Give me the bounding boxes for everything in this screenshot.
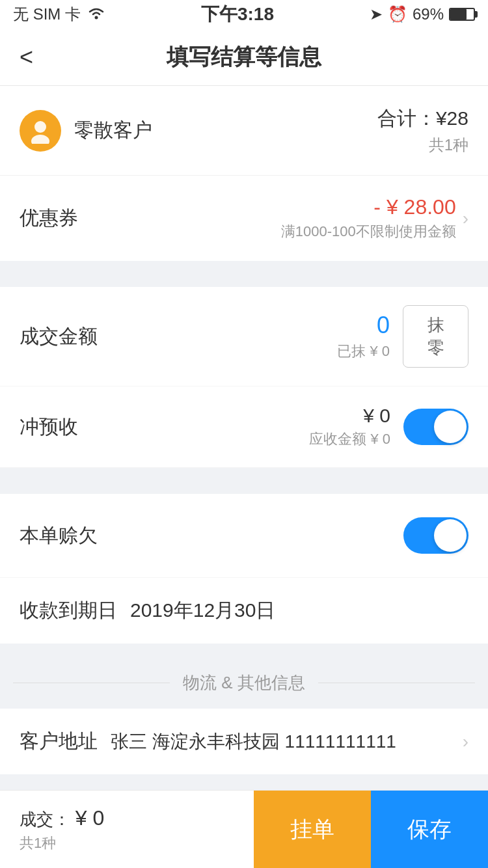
status-right: ➤ ⏰ 69% <box>370 5 475 23</box>
section-divider-2 <box>0 468 488 481</box>
battery-percent: 69% <box>413 5 444 23</box>
customer-section: 零散客户 合计：¥28 共1种 优惠券 - ¥ 28.00 满1000-100不… <box>0 86 488 261</box>
chevron-right-icon: › <box>463 208 468 229</box>
status-left: 无 SIM 卡 <box>13 4 105 25</box>
wifi-icon <box>87 5 105 23</box>
footer-amount: ¥ 0 <box>75 806 104 830</box>
svg-point-0 <box>95 16 98 20</box>
deal-amount-input[interactable] <box>98 312 390 339</box>
coupon-info: - ¥ 28.00 满1000-100不限制使用金额 <box>281 195 456 241</box>
status-bar: 无 SIM 卡 下午3:18 ➤ ⏰ 69% <box>0 0 488 29</box>
pre-main-amount: ¥ 0 <box>309 405 390 427</box>
save-button[interactable]: 保存 <box>371 791 488 869</box>
toggle-knob <box>434 411 467 443</box>
battery-icon <box>449 8 475 21</box>
footer-deal-row: 成交： ¥ 0 <box>20 806 234 831</box>
deal-amount-label: 成交金额 <box>20 323 98 350</box>
round-button[interactable]: 抹零 <box>403 305 468 368</box>
due-date-value: 2019年12月30日 <box>130 597 275 624</box>
due-date-row: 收款到期日 2019年12月30日 <box>0 577 488 644</box>
credit-toggle[interactable] <box>403 517 468 554</box>
status-time: 下午3:18 <box>201 2 274 27</box>
pre-payment-right: ¥ 0 应收金额 ¥ 0 <box>309 405 468 449</box>
credit-row: 本单赊欠 <box>0 494 488 577</box>
pre-payment-toggle[interactable] <box>403 409 468 445</box>
location-icon: ➤ <box>370 5 383 23</box>
deal-amount-row: 成交金额 已抹 ¥ 0 抹零 <box>0 287 488 387</box>
pre-amounts: ¥ 0 应收金额 ¥ 0 <box>309 405 390 449</box>
pre-payment-row: 冲预收 ¥ 0 应收金额 ¥ 0 <box>0 387 488 468</box>
pre-payment-label: 冲预收 <box>20 414 78 441</box>
address-section: 客户地址 张三 海淀永丰科技园 11111111111 › <box>0 709 488 774</box>
svg-point-2 <box>31 135 49 144</box>
coupon-row[interactable]: 优惠券 - ¥ 28.00 满1000-100不限制使用金额 › <box>0 175 488 261</box>
back-button[interactable]: < <box>20 44 33 71</box>
page-title: 填写结算等信息 <box>167 42 321 72</box>
amount-col: 已抹 ¥ 0 <box>98 312 390 361</box>
logistics-label: 物流 & 其他信息 <box>183 671 305 694</box>
coupon-label: 优惠券 <box>20 205 78 232</box>
total-count: 共1种 <box>377 135 468 156</box>
address-label: 客户地址 <box>20 728 98 755</box>
address-chevron-icon: › <box>463 731 468 752</box>
nav-bar: < 填写结算等信息 <box>0 29 488 86</box>
footer-deal-label: 成交： <box>20 809 70 829</box>
credit-toggle-knob <box>434 519 467 552</box>
deal-amount-right: 已抹 ¥ 0 抹零 <box>98 305 468 368</box>
customer-row: 零散客户 合计：¥28 共1种 <box>0 86 488 175</box>
credit-label: 本单赊欠 <box>20 522 98 549</box>
coupon-right: - ¥ 28.00 满1000-100不限制使用金额 › <box>281 195 468 241</box>
credit-section: 本单赊欠 收款到期日 2019年12月30日 <box>0 494 488 644</box>
amount-sub: 已抹 ¥ 0 <box>98 342 390 361</box>
logistics-divider: 物流 & 其他信息 <box>0 657 488 709</box>
footer-count: 共1种 <box>20 834 234 853</box>
user-avatar-icon <box>27 118 53 144</box>
svg-point-1 <box>34 121 46 133</box>
logistics-line-right <box>318 683 475 683</box>
footer-summary: 成交： ¥ 0 共1种 <box>0 806 254 853</box>
section-divider-1 <box>0 274 488 287</box>
footer-bar: 成交： ¥ 0 共1种 挂单 保存 <box>0 790 488 868</box>
alarm-icon: ⏰ <box>388 5 407 23</box>
customer-right: 合计：¥28 共1种 <box>377 105 468 156</box>
total-amount: 合计：¥28 <box>377 105 468 132</box>
logistics-line-left <box>13 683 170 683</box>
no-sim-text: 无 SIM 卡 <box>13 4 81 25</box>
address-value: 张三 海淀永丰科技园 11111111111 <box>111 729 463 754</box>
due-date-label: 收款到期日 <box>20 597 117 624</box>
hold-button[interactable]: 挂单 <box>254 791 371 869</box>
customer-name: 零散客户 <box>74 117 152 144</box>
coupon-amount: - ¥ 28.00 <box>281 195 456 219</box>
form-section: 成交金额 已抹 ¥ 0 抹零 冲预收 ¥ 0 应收金额 ¥ 0 <box>0 287 488 468</box>
address-row[interactable]: 客户地址 张三 海淀永丰科技园 11111111111 › <box>0 709 488 774</box>
coupon-desc: 满1000-100不限制使用金额 <box>281 222 456 241</box>
customer-left: 零散客户 <box>20 110 152 152</box>
pre-sub-amount: 应收金额 ¥ 0 <box>309 429 390 449</box>
avatar <box>20 110 61 152</box>
